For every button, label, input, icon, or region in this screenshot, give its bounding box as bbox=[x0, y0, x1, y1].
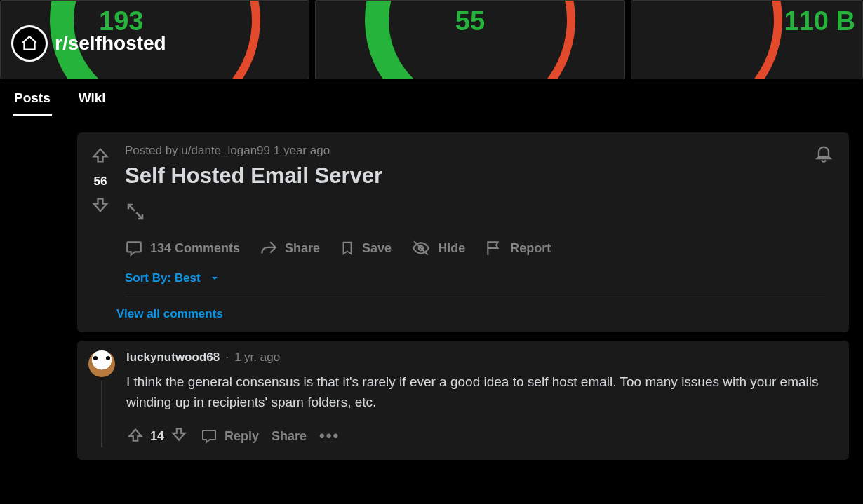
tab-posts[interactable]: Posts bbox=[13, 83, 52, 116]
tab-wiki[interactable]: Wiki bbox=[77, 83, 107, 116]
gauge-value: 110 B bbox=[784, 6, 855, 36]
subreddit-name[interactable]: r/selfhosted bbox=[55, 32, 166, 55]
hide-button[interactable]: Hide bbox=[411, 239, 465, 257]
comment-header: luckynutwood68 · 1 yr. ago bbox=[126, 350, 832, 365]
subreddit-icon[interactable] bbox=[11, 25, 48, 62]
gauge-value: 55 bbox=[455, 6, 485, 36]
downvote-icon[interactable] bbox=[170, 425, 188, 447]
comment-share-button[interactable]: Share bbox=[272, 429, 307, 444]
reply-button[interactable]: Reply bbox=[201, 428, 259, 444]
upvote-icon[interactable] bbox=[91, 145, 110, 168]
bell-icon[interactable] bbox=[814, 144, 834, 166]
share-button[interactable]: Share bbox=[260, 239, 320, 257]
comment-card: luckynutwood68 · 1 yr. ago I think the g… bbox=[77, 341, 849, 460]
save-button[interactable]: Save bbox=[340, 239, 392, 257]
thread-line bbox=[101, 381, 102, 447]
more-icon[interactable]: ••• bbox=[319, 427, 340, 445]
upvote-icon[interactable] bbox=[126, 425, 145, 447]
comment-author[interactable]: luckynutwood68 bbox=[126, 350, 220, 365]
gauge-panel: 55 bbox=[315, 0, 624, 79]
subreddit-tabs: Posts Wiki bbox=[0, 83, 863, 117]
comment-action-bar: 14 Reply Share ••• bbox=[126, 425, 832, 447]
post-action-bar: 134 Comments Share Save Hide Report bbox=[125, 239, 832, 257]
view-all-comments-link[interactable]: View all comments bbox=[116, 297, 832, 322]
post-byline: Posted by u/dante_logan99 1 year ago bbox=[125, 144, 832, 158]
comment-age: 1 yr. ago bbox=[234, 350, 280, 365]
comments-button[interactable]: 134 Comments bbox=[125, 239, 240, 257]
avatar[interactable] bbox=[88, 350, 115, 377]
report-button[interactable]: Report bbox=[485, 239, 551, 257]
gauge-panel: 110 B bbox=[631, 0, 863, 79]
post-title: Self Hosted Email Server bbox=[125, 163, 832, 189]
downvote-icon[interactable] bbox=[91, 196, 110, 218]
vote-column: 56 bbox=[86, 144, 115, 322]
sort-dropdown[interactable]: Sort By: Best bbox=[125, 266, 825, 297]
expand-icon[interactable] bbox=[125, 201, 146, 225]
comment-body-text: I think the general consensus is that it… bbox=[126, 372, 832, 413]
post-card: 56 Posted by u/dante_logan99 1 year ago … bbox=[77, 132, 849, 332]
chevron-down-icon bbox=[209, 273, 220, 284]
post-age: 1 year ago bbox=[274, 144, 330, 157]
subreddit-header: r/selfhosted bbox=[11, 25, 166, 62]
comment-score: 14 bbox=[150, 429, 164, 444]
post-author-link[interactable]: u/dante_logan99 bbox=[181, 144, 270, 157]
post-score: 56 bbox=[94, 175, 107, 189]
